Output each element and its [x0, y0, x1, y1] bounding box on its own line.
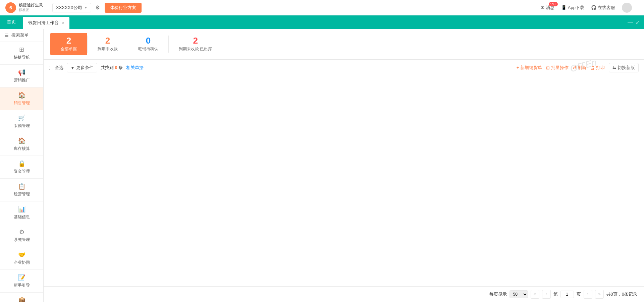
company-selector[interactable]: XXXXXX公司 ▼	[52, 3, 91, 12]
system-icon: ⚙	[19, 228, 24, 236]
stat-label-pending-confirm: 旺铺待确认	[138, 46, 158, 52]
company-dropdown-arrow: ▼	[84, 6, 88, 9]
print-label: 打印	[596, 65, 605, 71]
sidebar-item-label: 销售管理	[14, 100, 30, 106]
sidebar-item-label: 新手引导	[14, 283, 30, 288]
sidebar-item-app-center[interactable]: 📦 应用中心	[0, 293, 43, 302]
sidebar-item-label: 资金管理	[14, 169, 30, 174]
message-badge: 99+	[549, 2, 558, 6]
app-download[interactable]: 📱 App下载	[561, 5, 584, 11]
select-all-label: 全选	[55, 65, 63, 71]
logo-icon: 6	[5, 2, 16, 13]
company-name: XXXXXX公司	[56, 5, 82, 11]
marketing-icon: 📢	[18, 69, 25, 76]
workbench-tab-label: 钱货日清工作台	[28, 20, 59, 26]
stat-label-overdue-unpaid: 到期未收款	[98, 46, 118, 52]
stat-number-overdue-not-shipped: 2	[193, 36, 198, 45]
trial-button[interactable]: 体验行业方案	[105, 3, 142, 13]
workbench-tab[interactable]: 钱货日清工作台 ×	[23, 17, 69, 29]
refresh-label: 刷新	[578, 65, 586, 71]
select-all-checkbox[interactable]	[49, 66, 53, 70]
add-sales-button[interactable]: + 新增销货单	[517, 65, 542, 71]
sidebar-item-label: 基础信息	[14, 214, 30, 220]
main-layout: ☰ 搜索菜单 ⊞ 快捷导航 📢 营销推广 🏠 销售管理 🛒 采购管理 🏠 库存核…	[0, 29, 644, 302]
purchase-icon: 🛒	[18, 114, 25, 122]
sidebar-item-label: 经营管理	[14, 191, 30, 197]
top-header: 6 畅捷通好生意 标准版 XXXXXX公司 ▼ ⚙ 体验行业方案 ✉ 消息 99…	[0, 0, 644, 15]
stat-cards: 2 全部单据 2 到期未收款 0 旺铺待确认 2 到期未收款 已出库	[44, 29, 644, 60]
home-tab-label: 首页	[7, 19, 16, 25]
service-icon: 🎧	[591, 5, 596, 10]
logo-area: 6 畅捷通好生意 标准版	[5, 2, 49, 13]
batch-label: 批量操作	[551, 65, 569, 71]
sidebar-item-basic-info[interactable]: 📊 基础信息	[0, 201, 43, 224]
page-label: 第	[553, 291, 558, 297]
refresh-button[interactable]: ↺ 刷新	[573, 65, 586, 71]
app-center-icon: 📦	[18, 297, 25, 302]
online-service[interactable]: 🎧 在线客服	[591, 5, 615, 11]
stat-card-overdue-unpaid[interactable]: 2 到期未收款	[88, 33, 128, 55]
content-area: 2 全部单据 2 到期未收款 0 旺铺待确认 2 到期未收款 已出库	[44, 29, 644, 302]
sidebar-item-label: 系统管理	[14, 237, 30, 243]
sidebar-item-finance[interactable]: 🔒 资金管理	[0, 156, 43, 179]
stat-label-all: 全部单据	[61, 46, 77, 52]
sidebar-item-system[interactable]: ⚙ 系统管理	[0, 224, 43, 247]
sidebar-item-guide[interactable]: 📝 新手引导	[0, 270, 43, 293]
pagination: 每页显示 50 100 200 « ‹ 第 页 › » 共0页，0条记录	[44, 286, 644, 302]
last-page-button[interactable]: »	[595, 290, 604, 299]
batch-icon: ⊞	[546, 65, 550, 70]
next-page-button[interactable]: ›	[584, 290, 592, 299]
select-all-area[interactable]: 全选	[49, 65, 63, 71]
search-menu[interactable]: ☰ 搜索菜单	[0, 29, 43, 42]
guide-icon: 📝	[18, 274, 25, 281]
related-docs-link[interactable]: 相关单据	[126, 65, 144, 71]
user-avatar[interactable]	[622, 3, 632, 13]
refresh-icon: ↺	[573, 65, 576, 70]
print-icon: 🖨	[590, 65, 595, 70]
sidebar-item-inventory[interactable]: 🏠 库存核算	[0, 133, 43, 156]
filter-button[interactable]: ▼ 更多条件	[67, 63, 97, 72]
sidebar-item-label: 企业协同	[14, 260, 30, 265]
prev-page-button[interactable]: ‹	[542, 290, 551, 299]
found-prefix: 共找到	[101, 65, 114, 70]
found-unit: 条	[118, 65, 123, 70]
tab-close-icon[interactable]: ×	[62, 21, 64, 25]
maximize-icon[interactable]: ⤢	[636, 19, 640, 25]
stat-card-pending-confirm[interactable]: 0 旺铺待确认	[128, 33, 168, 55]
online-service-label: 在线客服	[598, 5, 615, 11]
search-menu-label: 搜索菜单	[11, 32, 29, 38]
sidebar-item-operations[interactable]: 📋 经营管理	[0, 179, 43, 201]
search-icon: ☰	[5, 33, 9, 38]
finance-icon: 🔒	[18, 160, 25, 167]
stat-number-overdue-unpaid: 2	[105, 36, 110, 45]
phone-icon: 📱	[561, 5, 567, 10]
settings-icon[interactable]: ⚙	[95, 4, 100, 11]
filter-icon: ▼	[70, 65, 75, 70]
sidebar-item-label: 营销推广	[14, 77, 30, 83]
sidebar-item-marketing[interactable]: 📢 营销推广	[0, 65, 43, 87]
total-info: 共0页，0条记录	[606, 291, 637, 297]
batch-button[interactable]: ⊞ 批量操作	[546, 65, 569, 71]
print-button[interactable]: 🖨 打印	[590, 65, 605, 71]
home-tab[interactable]: 首页	[0, 15, 23, 29]
enterprise-icon: 🤝	[18, 251, 25, 258]
operations-icon: 📋	[18, 183, 25, 190]
per-page-select[interactable]: 50 100 200	[509, 290, 528, 298]
stat-number-pending-confirm: 0	[146, 36, 151, 45]
quick-nav-icon: ⊞	[19, 46, 24, 53]
sidebar-item-sales[interactable]: 🏠 销售管理	[0, 87, 43, 110]
first-page-button[interactable]: «	[531, 290, 539, 299]
page-input[interactable]	[560, 291, 574, 298]
switch-version-button[interactable]: ⇆ 切换新版	[609, 63, 639, 72]
nav-tabs: 首页 钱货日清工作台 × — ⤢	[0, 15, 644, 29]
sidebar-item-purchase[interactable]: 🛒 采购管理	[0, 110, 43, 133]
minimize-icon[interactable]: —	[628, 19, 633, 25]
stat-card-all[interactable]: 2 全部单据	[50, 33, 87, 55]
sidebar-item-quick-nav[interactable]: ⊞ 快捷导航	[0, 42, 43, 65]
sidebar: ☰ 搜索菜单 ⊞ 快捷导航 📢 营销推广 🏠 销售管理 🛒 采购管理 🏠 库存核…	[0, 29, 44, 302]
sidebar-item-enterprise[interactable]: 🤝 企业协同	[0, 247, 43, 270]
message-area[interactable]: ✉ 消息 99+	[541, 5, 554, 11]
found-count: 0	[115, 65, 117, 70]
stat-card-overdue-not-shipped[interactable]: 2 到期未收款 已出库	[169, 33, 222, 55]
found-text: 共找到 0 条	[101, 65, 123, 71]
